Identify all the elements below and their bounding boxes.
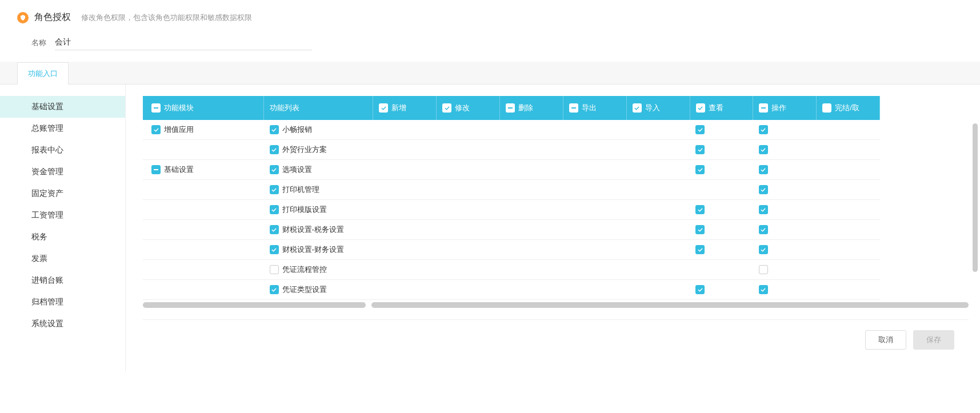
checkbox-icon[interactable] (270, 185, 279, 194)
col-header-3: 导出 (582, 103, 597, 112)
role-name-input[interactable] (55, 35, 312, 50)
checkbox-icon[interactable] (695, 165, 705, 174)
footer-actions: 取消 保存 (143, 319, 969, 360)
sidebar: 基础设置总账管理报表中心资金管理固定资产工资管理税务发票进销台账归档管理系统设置 (0, 85, 126, 371)
page-title: 角色授权 (34, 11, 71, 23)
feature-label: 选项设置 (282, 165, 312, 174)
main-panel: 功能模块功能列表新增修改删除导出导入查看操作完结/取 增值应用小畅报销外贸行业方… (126, 85, 980, 371)
sidebar-item-7[interactable]: 发票 (0, 248, 125, 270)
vertical-scrollbar[interactable] (973, 123, 978, 272)
tabs: 功能入口 (0, 62, 980, 85)
table-row: 财税设置-税务设置 (143, 220, 880, 240)
checkbox-icon[interactable] (759, 185, 768, 194)
checkbox-icon[interactable] (633, 103, 642, 113)
checkbox-icon[interactable] (151, 165, 161, 174)
checkbox-icon[interactable] (695, 245, 705, 254)
table-row: 增值应用小畅报销 (143, 120, 880, 140)
checkbox-icon[interactable] (759, 285, 768, 294)
sidebar-item-6[interactable]: 税务 (0, 226, 125, 248)
checkbox-icon[interactable] (759, 125, 768, 134)
table-row: 打印机管理 (143, 180, 880, 200)
module-label: 增值应用 (164, 125, 194, 134)
checkbox-icon[interactable] (270, 125, 279, 134)
checkbox-icon[interactable] (270, 265, 279, 274)
tab-function-entry[interactable]: 功能入口 (17, 62, 69, 85)
checkbox-icon[interactable] (270, 225, 279, 234)
page-subtitle: 修改角色权限，包含该角色功能权限和敏感数据权限 (81, 13, 252, 23)
checkbox-icon[interactable] (151, 125, 161, 134)
table-body: 增值应用小畅报销外贸行业方案基础设置选项设置打印机管理打印模版设置财税设置-税务… (143, 120, 880, 300)
checkbox-icon[interactable] (270, 245, 279, 254)
col-header-1: 修改 (455, 103, 470, 112)
name-row: 名称 (0, 29, 980, 62)
horizontal-scrollbar[interactable] (143, 302, 980, 308)
checkbox-icon[interactable] (569, 103, 578, 113)
col-header-4: 导入 (645, 103, 660, 112)
feature-label: 凭证流程管控 (282, 265, 327, 274)
save-button[interactable]: 保存 (913, 330, 954, 350)
checkbox-icon[interactable] (270, 285, 279, 294)
shield-icon (17, 12, 29, 23)
checkbox-icon[interactable] (506, 103, 515, 113)
checkbox-icon[interactable] (379, 103, 388, 113)
checkbox-icon[interactable] (759, 245, 768, 254)
feature-label: 凭证类型设置 (282, 285, 327, 294)
table-row: 基础设置选项设置 (143, 160, 880, 180)
sidebar-item-4[interactable]: 固定资产 (0, 183, 125, 205)
table-header-row: 功能模块功能列表新增修改删除导出导入查看操作完结/取 (143, 96, 880, 120)
checkbox-icon[interactable] (696, 103, 705, 113)
checkbox-icon[interactable] (151, 103, 161, 113)
sidebar-item-9[interactable]: 归档管理 (0, 291, 125, 313)
feature-label: 财税设置-税务设置 (282, 225, 344, 234)
col-header-2: 删除 (518, 103, 533, 112)
col-header-6: 操作 (771, 103, 786, 112)
sidebar-item-5[interactable]: 工资管理 (0, 205, 125, 226)
checkbox-icon[interactable] (270, 205, 279, 214)
col-header-7: 完结/取 (835, 103, 859, 112)
col-header-feature: 功能列表 (264, 96, 373, 120)
page-header: 角色授权 修改角色权限，包含该角色功能权限和敏感数据权限 (0, 0, 980, 29)
checkbox-icon[interactable] (695, 145, 705, 154)
checkbox-icon[interactable] (822, 103, 831, 113)
checkbox-icon[interactable] (695, 125, 705, 134)
sidebar-item-1[interactable]: 总账管理 (0, 118, 125, 139)
checkbox-icon[interactable] (695, 225, 705, 234)
table-row: 凭证类型设置 (143, 280, 880, 300)
table-row: 外贸行业方案 (143, 140, 880, 160)
sidebar-item-10[interactable]: 系统设置 (0, 313, 125, 335)
checkbox-icon[interactable] (695, 205, 705, 214)
permission-table: 功能模块功能列表新增修改删除导出导入查看操作完结/取 增值应用小畅报销外贸行业方… (143, 96, 880, 300)
checkbox-icon[interactable] (270, 145, 279, 154)
checkbox-icon[interactable] (759, 103, 768, 113)
module-label: 基础设置 (164, 165, 194, 174)
feature-label: 打印模版设置 (282, 205, 327, 214)
feature-label: 财税设置-财务设置 (282, 245, 344, 254)
checkbox-icon[interactable] (442, 103, 451, 113)
checkbox-icon[interactable] (759, 265, 768, 274)
sidebar-item-8[interactable]: 进销台账 (0, 270, 125, 291)
cancel-button[interactable]: 取消 (865, 330, 906, 350)
col-header-5: 查看 (709, 103, 723, 112)
feature-label: 打印机管理 (282, 185, 319, 194)
checkbox-icon[interactable] (695, 285, 705, 294)
sidebar-item-2[interactable]: 报表中心 (0, 139, 125, 161)
checkbox-icon[interactable] (759, 165, 768, 174)
sidebar-item-3[interactable]: 资金管理 (0, 161, 125, 183)
checkbox-icon[interactable] (270, 165, 279, 174)
table-row: 财税设置-财务设置 (143, 240, 880, 260)
feature-label: 外贸行业方案 (282, 145, 327, 154)
checkbox-icon[interactable] (759, 145, 768, 154)
permission-table-wrap[interactable]: 功能模块功能列表新增修改删除导出导入查看操作完结/取 增值应用小畅报销外贸行业方… (143, 96, 980, 300)
name-label: 名称 (31, 38, 46, 48)
col-header-0: 新增 (391, 103, 406, 112)
checkbox-icon[interactable] (759, 225, 768, 234)
checkbox-icon[interactable] (759, 205, 768, 214)
col-header-module: 功能模块 (164, 103, 194, 112)
feature-label: 小畅报销 (282, 125, 312, 134)
table-row: 打印模版设置 (143, 200, 880, 220)
table-row: 凭证流程管控 (143, 260, 880, 280)
sidebar-item-0[interactable]: 基础设置 (0, 96, 125, 118)
